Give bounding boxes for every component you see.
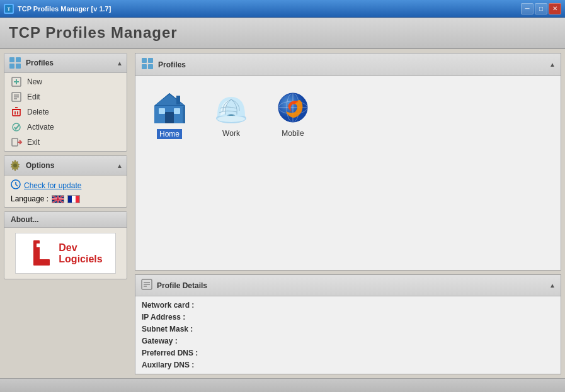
- profiles-section-collapse[interactable]: ▲: [117, 60, 123, 67]
- main-layout: Profiles ▲ New Edit: [0, 49, 565, 378]
- update-icon: [11, 179, 21, 191]
- about-logo: Dev Logiciels: [4, 228, 127, 279]
- new-icon: [11, 77, 23, 87]
- window-controls: ─ □ ✕: [521, 3, 561, 14]
- options-section-title: Options: [8, 159, 54, 172]
- profile-mobile-label: Mobile: [282, 129, 304, 138]
- svg-point-43: [217, 116, 245, 122]
- svg-marker-39: [183, 106, 185, 123]
- check-update-link[interactable]: Check for update: [11, 179, 120, 191]
- profiles-section-title: Profiles: [8, 56, 54, 70]
- profiles-section-header: Profiles ▲: [4, 53, 127, 73]
- menu-item-edit[interactable]: Edit: [4, 89, 127, 104]
- svg-rect-31: [148, 64, 153, 69]
- detail-preferred-dns: Preferred DNS :: [142, 348, 554, 358]
- maximize-button[interactable]: □: [535, 3, 547, 14]
- profile-home[interactable]: Home: [148, 86, 191, 142]
- profile-work-icon-wrap: [212, 89, 250, 126]
- menu-item-new[interactable]: New: [4, 74, 127, 89]
- sidebar: Profiles ▲ New Edit: [0, 49, 131, 378]
- options-section-collapse[interactable]: ▲: [117, 162, 123, 169]
- profiles-panel: Profiles ▲: [135, 53, 561, 271]
- svg-rect-27: [37, 244, 40, 247]
- activate-icon: [11, 122, 23, 132]
- svg-rect-28: [142, 58, 147, 63]
- svg-point-18: [13, 123, 20, 131]
- detail-auxilary-dns: Auxilary DNS :: [142, 360, 554, 370]
- options-section-icon: [8, 159, 22, 172]
- details-panel-header: Profile Details ▲: [135, 275, 561, 296]
- titlebar-title: T TCP Profiles Manager [v 1.7]: [4, 4, 111, 14]
- menu-item-delete[interactable]: Delete: [4, 104, 127, 120]
- svg-rect-38: [176, 96, 180, 104]
- details-content: Network card : IP Address : Subnet Mask …: [135, 296, 561, 374]
- svg-rect-5: [16, 64, 21, 69]
- profile-work-label: Work: [222, 129, 240, 138]
- profile-mobile[interactable]: Mobile: [271, 86, 314, 142]
- options-content: Check for update Language :: [4, 176, 127, 207]
- profile-work[interactable]: Work: [210, 86, 253, 142]
- app-icon: T: [4, 4, 14, 14]
- logo-icon: [28, 238, 54, 269]
- svg-rect-26: [33, 259, 50, 266]
- delete-icon: [11, 107, 23, 117]
- svg-rect-29: [148, 58, 153, 63]
- profile-home-label: Home: [157, 129, 182, 139]
- sidebar-profiles-section: Profiles ▲ New Edit: [4, 53, 127, 152]
- svg-point-22: [13, 164, 17, 167]
- about-header: About...: [4, 212, 127, 228]
- profile-home-icon-wrap: [151, 89, 188, 126]
- right-content: Profiles ▲: [131, 49, 565, 378]
- profiles-panel-icon: [140, 57, 154, 72]
- sidebar-options-section: Options ▲ Check for update Language :: [4, 155, 127, 208]
- svg-text:T: T: [8, 6, 11, 12]
- flag-english[interactable]: [52, 195, 64, 203]
- logo-box: Dev Logiciels: [15, 233, 116, 274]
- options-section-header: Options ▲: [4, 156, 127, 176]
- profiles-menu: New Edit Delete: [4, 73, 127, 151]
- detail-gateway: Gateway :: [142, 336, 554, 346]
- minimize-button[interactable]: ─: [521, 3, 534, 14]
- detail-network-card: Network card :: [142, 300, 554, 310]
- details-panel-title: Profile Details: [140, 278, 207, 293]
- flag-french[interactable]: [67, 195, 80, 203]
- menu-item-activate[interactable]: Activate: [4, 120, 127, 135]
- language-row: Language :: [11, 194, 120, 203]
- profiles-panel-title: Profiles: [140, 57, 186, 72]
- details-panel-collapse[interactable]: ▲: [549, 282, 556, 289]
- svg-rect-37: [174, 108, 180, 114]
- statusbar: [0, 378, 565, 392]
- svg-rect-13: [13, 109, 20, 116]
- svg-rect-36: [159, 108, 165, 114]
- profiles-panel-header: Profiles ▲: [135, 53, 561, 76]
- profiles-panel-collapse[interactable]: ▲: [549, 61, 556, 68]
- app-title: TCP Profiles Manager: [9, 24, 178, 42]
- svg-rect-19: [12, 138, 18, 146]
- svg-rect-2: [9, 57, 14, 62]
- work-profile-icon: [214, 91, 249, 125]
- svg-rect-4: [9, 64, 14, 69]
- details-panel-icon: [140, 278, 153, 293]
- titlebar: T TCP Profiles Manager [v 1.7] ─ □ ✕: [0, 0, 565, 18]
- svg-rect-35: [165, 112, 174, 123]
- close-button[interactable]: ✕: [549, 3, 561, 14]
- menu-item-exit[interactable]: Exit: [4, 135, 127, 150]
- mobile-profile-icon: [276, 91, 311, 125]
- profiles-section-icon: [8, 56, 22, 70]
- exit-icon: [11, 137, 23, 147]
- app-title-bar: TCP Profiles Manager: [0, 18, 565, 49]
- detail-subnet-mask: Subnet Mask :: [142, 324, 554, 334]
- details-panel: Profile Details ▲ Network card : IP Addr…: [135, 274, 561, 374]
- home-profile-icon: [152, 91, 187, 125]
- sidebar-about-section: About... Dev Logiciels: [4, 211, 127, 279]
- profiles-grid: Home: [135, 76, 561, 152]
- edit-icon: [11, 92, 23, 102]
- svg-rect-3: [16, 57, 21, 62]
- logo-text: Dev Logiciels: [59, 242, 102, 264]
- profile-mobile-icon-wrap: [274, 89, 312, 126]
- svg-rect-30: [142, 64, 147, 69]
- detail-ip-address: IP Address :: [142, 312, 554, 322]
